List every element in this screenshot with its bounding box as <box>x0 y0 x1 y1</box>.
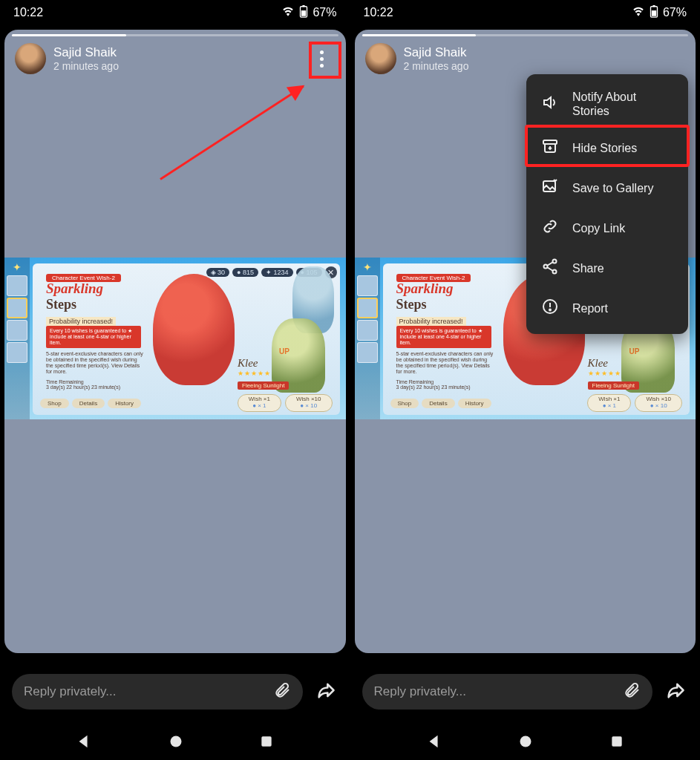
user-time: 2 minutes ago <box>53 60 301 72</box>
battery-pct: 67% <box>313 6 336 19</box>
wish1-button: Wish ×1● × 1 <box>238 394 281 412</box>
banner-desc: 5-star event-exclusive characters can on… <box>46 351 144 375</box>
history-button: History <box>458 399 491 408</box>
status-bar: 10:22 67% <box>0 0 350 25</box>
menu-label: Hide Stories <box>572 141 637 155</box>
menu-save-gallery[interactable]: Save to Gallery <box>526 168 688 208</box>
shop-button: Shop <box>390 399 419 408</box>
banner-thumb <box>357 320 378 341</box>
wish-star-icon: ✦ <box>361 261 374 274</box>
battery-icon <box>650 4 658 21</box>
menu-copy-link[interactable]: Copy Link <box>526 208 688 248</box>
featured-sub: Fleeing Sunlight <box>588 381 639 390</box>
banner-title2: Steps <box>396 297 427 312</box>
story-progress <box>12 34 338 36</box>
time-remaining: Time Remaining 3 day(s) 22 hour(s) 23 mi… <box>46 379 120 390</box>
banner-desc: 5-star event-exclusive characters can on… <box>396 351 494 375</box>
reply-input[interactable]: Reply privately... <box>12 674 303 710</box>
nav-home-icon[interactable] <box>518 734 533 752</box>
currency-pill: ● 815 <box>232 268 258 277</box>
banner-thumb <box>7 298 27 318</box>
forward-icon[interactable] <box>313 680 338 704</box>
banner-title1: Sparkling <box>396 281 454 296</box>
menu-hide-stories[interactable]: Hide Stories <box>526 128 688 168</box>
menu-notify-stories[interactable]: Notify About Stories <box>526 80 688 128</box>
story-area[interactable]: Sajid Shaik 2 minutes ago ✦ <box>4 30 346 653</box>
nav-back-icon[interactable] <box>76 733 92 753</box>
svg-rect-6 <box>652 5 655 7</box>
paperclip-icon[interactable] <box>623 681 641 702</box>
probability-label: Probability increased! <box>46 317 116 326</box>
avatar[interactable] <box>365 43 396 74</box>
story-content: ✦ ◈ 30 ● 815 ✦ 1234 ● 105 ✕ Character Ev… <box>4 258 346 419</box>
link-icon <box>541 217 559 238</box>
svg-point-14 <box>549 309 551 311</box>
wifi-icon <box>632 6 645 19</box>
nav-recent-icon[interactable] <box>259 734 274 752</box>
svg-point-15 <box>520 736 531 747</box>
menu-report[interactable]: Report <box>526 288 688 328</box>
featured-stars: ★★★★★ <box>238 370 312 377</box>
banner-thumb <box>357 275 378 296</box>
wish1-button: Wish ×1● × 1 <box>587 394 631 412</box>
nav-bar <box>0 726 350 760</box>
alert-icon <box>541 298 559 318</box>
user-name: Sajid Shaik <box>404 45 686 60</box>
svg-rect-7 <box>652 10 656 16</box>
svg-rect-4 <box>261 736 271 746</box>
story-area[interactable]: Sajid Shaik 2 minutes ago ✦ Character Ev… <box>355 30 696 653</box>
menu-share[interactable]: Share <box>526 248 688 288</box>
archive-icon <box>541 137 559 158</box>
shop-button: Shop <box>40 399 69 408</box>
up-tag: UP <box>279 347 290 356</box>
history-button: History <box>108 399 141 408</box>
banner-thumb <box>7 320 27 341</box>
up-tag: UP <box>629 347 640 356</box>
svg-rect-16 <box>612 736 621 746</box>
wish10-button: Wish ×10● × 10 <box>635 394 682 412</box>
status-bar: 10:22 67% <box>350 0 701 25</box>
story-progress <box>362 34 689 36</box>
phone-left: 10:22 67% Sajid Shaik 2 minutes ago <box>0 0 350 760</box>
nav-recent-icon[interactable] <box>609 734 624 752</box>
nav-back-icon[interactable] <box>426 733 442 753</box>
user-name: Sajid Shaik <box>53 45 301 60</box>
annotation-arrow <box>160 85 304 180</box>
featured-name: Klee <box>588 357 662 370</box>
nav-bar <box>350 726 701 760</box>
banner-thumb <box>357 342 378 363</box>
menu-label: Report <box>572 301 608 315</box>
svg-rect-8 <box>543 140 557 144</box>
forward-icon[interactable] <box>663 680 688 704</box>
probability-label: Probability increased! <box>396 317 466 326</box>
user-time: 2 minutes ago <box>404 60 686 72</box>
svg-rect-2 <box>301 10 306 16</box>
menu-label: Notify About Stories <box>572 90 673 118</box>
avatar[interactable] <box>15 43 46 74</box>
menu-label: Share <box>572 261 604 275</box>
wish-star-icon: ✦ <box>10 261 24 274</box>
speaker-icon <box>541 94 559 114</box>
guarantee-box: Every 10 wishes is guaranteed to ★ inclu… <box>46 326 141 348</box>
paperclip-icon[interactable] <box>273 681 291 702</box>
more-button[interactable] <box>309 45 336 72</box>
battery-pct: 67% <box>663 6 687 19</box>
details-button: Details <box>422 399 454 408</box>
currency-pill: ◈ 30 <box>206 268 230 277</box>
featured-sub: Fleeing Sunlight <box>238 381 289 390</box>
nav-home-icon[interactable] <box>169 734 183 752</box>
reply-input[interactable]: Reply privately... <box>362 674 653 710</box>
reply-placeholder: Reply privately... <box>374 684 624 699</box>
banner-thumb <box>7 342 27 363</box>
phone-right: 10:22 67% Sajid Shaik 2 minutes ago <box>350 0 701 760</box>
time-remaining: Time Remaining 3 day(s) 22 hour(s) 23 mi… <box>396 379 471 390</box>
svg-point-3 <box>170 736 181 747</box>
svg-rect-1 <box>303 5 306 7</box>
banner-title2: Steps <box>46 297 76 312</box>
guarantee-box: Every 10 wishes is guaranteed to ★ inclu… <box>396 326 491 348</box>
currency-pill: ✦ 1234 <box>261 268 293 277</box>
details-button: Details <box>72 399 105 408</box>
battery-icon <box>299 4 308 21</box>
wish10-button: Wish ×10● × 10 <box>285 394 333 412</box>
status-time: 10:22 <box>13 6 43 19</box>
